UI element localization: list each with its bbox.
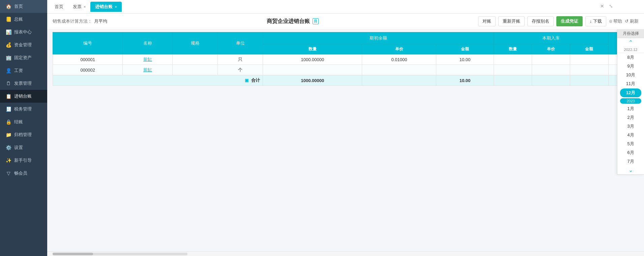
save-alias-button[interactable]: 存报别名 (527, 16, 554, 26)
finance-icon: 💰 (5, 42, 11, 48)
row2-in-amount (570, 65, 608, 75)
sidebar-item-closing[interactable]: 🔒 结账 (0, 116, 47, 128)
month-8[interactable]: 8月 (617, 53, 644, 62)
row2-open-amount (436, 65, 494, 75)
sidebar-item-reports[interactable]: 📊 报表中心 (0, 26, 47, 39)
content-area: 销售成本计算方法： 月平均 商贸企业进销台账 目 对账 重新开账 存报别名 生成… (47, 14, 644, 256)
member-icon: ▽ (5, 171, 11, 176)
sidebar-item-label: 设置 (14, 145, 23, 151)
sidebar-item-member[interactable]: ▽ 畅会员 (0, 167, 47, 180)
payroll-icon: 👤 (5, 68, 11, 73)
info-icon[interactable]: 目 (313, 18, 319, 24)
month-1[interactable]: 1月 (617, 104, 644, 113)
total-in-qty (494, 75, 532, 86)
tab-home-label: 首页 (55, 4, 63, 10)
month-scroll-up[interactable]: ⌃ (617, 38, 644, 47)
row1-name[interactable]: 前缸 (123, 54, 173, 65)
row1-spec (173, 54, 218, 65)
expand-window-button[interactable]: ⤡ (608, 3, 614, 9)
page-title-area: 商贸企业进销台账 目 (267, 18, 319, 25)
month-4[interactable]: 4月 (617, 131, 644, 139)
home-icon: 🏠 (5, 4, 11, 9)
generate-voucher-button[interactable]: 生成凭证 (556, 16, 583, 26)
month-11[interactable]: 11月 (617, 79, 644, 88)
month-12[interactable]: 12月 (620, 88, 641, 97)
cost-method: 销售成本计算方法： 月平均 (53, 18, 107, 24)
sidebar-item-label: 进销台账 (14, 93, 32, 99)
sidebar-item-assets[interactable]: 🏢 固定资产 (0, 51, 47, 64)
main-area: ✕ ⤡ 首页 发票 × 进销台账 × 销售成本计算方法： 月平均 商贸企业进销台… (47, 0, 644, 256)
sidebar-item-invoice-mgmt[interactable]: 🗒 发票管理 (0, 77, 47, 90)
month-9[interactable]: 9月 (617, 62, 644, 71)
total-in-price (532, 75, 570, 86)
month-10[interactable]: 10月 (617, 71, 644, 79)
close-window-button[interactable]: ✕ (599, 3, 606, 9)
scroll-area (47, 251, 644, 256)
refresh-button[interactable]: ↺ 刷新 (625, 18, 639, 24)
total-open-price (362, 75, 436, 86)
sidebar-item-home[interactable]: 🏠 首页 (0, 0, 47, 13)
table-area: 编号 名称 规格 单位 期初余额 本期入库 数 数量 单价 金额 数量 单价 (47, 29, 644, 251)
month-2[interactable]: 2月 (617, 113, 644, 122)
month-3[interactable]: 3月 (617, 122, 644, 131)
tab-home[interactable]: 首页 (50, 2, 68, 12)
settings-icon: ⚙️ (5, 145, 11, 150)
total-open-qty: 1000.00000 (263, 75, 362, 86)
tab-invoice[interactable]: 发票 × (68, 2, 90, 12)
sidebar-item-payroll[interactable]: 👤 工资 (0, 64, 47, 77)
row2-open-qty (263, 65, 362, 75)
month-7[interactable]: 7月 (617, 157, 644, 166)
col-header-open-balance: 期初余额 (263, 32, 494, 44)
tab-invoice-close[interactable]: × (84, 5, 86, 9)
sidebar-item-archive[interactable]: 📁 归档管理 (0, 128, 47, 141)
scroll-thumb[interactable] (53, 253, 93, 255)
invoice-icon: 🗒 (5, 81, 11, 86)
month-6[interactable]: 6月 (617, 148, 644, 157)
col-header-open-qty: 数量 (263, 44, 362, 54)
match-button[interactable]: 对账 (478, 16, 496, 26)
help-button[interactable]: ⊙ 帮助 (609, 18, 622, 24)
sidebar-item-label: 首页 (14, 3, 23, 9)
guide-icon: ✨ (5, 158, 11, 163)
row2-unit: 个 (218, 65, 263, 75)
tab-purchase-sales-label: 进销台账 (95, 4, 113, 10)
download-button[interactable]: ↓ 下载 (585, 16, 606, 26)
total-label: ▣ 合计 (53, 75, 263, 86)
col-header-name: 名称 (123, 32, 173, 54)
sidebar-item-tax[interactable]: 🧾 税务管理 (0, 103, 47, 116)
row1-open-price: 0.01000 (362, 54, 436, 65)
row2-in-qty (494, 65, 532, 75)
sidebar-item-guide[interactable]: ✨ 新手引导 (0, 154, 47, 167)
tab-purchase-sales[interactable]: 进销台账 × (90, 2, 121, 12)
sidebar-item-ledger[interactable]: 📒 总账 (0, 13, 47, 26)
col-header-in-price: 单价 (532, 44, 570, 54)
year-2022-label: 2022.12 (617, 47, 644, 53)
tab-purchase-sales-close[interactable]: × (115, 5, 117, 9)
row2-spec (173, 65, 218, 75)
sidebar-item-label: 结账 (14, 119, 23, 125)
col-header-open-amount: 金额 (436, 44, 494, 54)
scroll-track[interactable] (53, 253, 187, 255)
row1-open-qty: 1000.00000 (263, 54, 362, 65)
tab-bar: 首页 发票 × 进销台账 × (47, 0, 644, 14)
row2-in-price (532, 65, 570, 75)
col-header-in-qty: 数量 (494, 44, 532, 54)
row1-open-amount: 10.00 (436, 54, 494, 65)
row1-in-amount (570, 54, 608, 65)
reopen-button[interactable]: 重新开账 (498, 16, 525, 26)
sidebar-item-label: 固定资产 (14, 55, 32, 61)
row2-name[interactable]: 前缸 (123, 65, 173, 75)
col-header-open-price: 单价 (362, 44, 436, 54)
col-header-unit: 单位 (218, 32, 263, 54)
sidebar-item-settings[interactable]: ⚙️ 设置 (0, 141, 47, 154)
sidebar: 🏠 首页 📒 总账 📊 报表中心 💰 资金管理 🏢 固定资产 👤 工资 🗒 发票… (0, 0, 47, 256)
purchase-sales-icon: 📋 (5, 94, 11, 99)
month-panel-title: 月份选择 (617, 29, 644, 38)
month-5[interactable]: 5月 (617, 139, 644, 148)
reports-icon: 📊 (5, 29, 11, 35)
sidebar-item-purchase-sales[interactable]: 📋 进销台账 (0, 90, 47, 103)
year-2023-label: 2023 (620, 98, 641, 104)
sidebar-item-finance[interactable]: 💰 资金管理 (0, 39, 47, 51)
month-scroll-down[interactable]: ⌄ (617, 166, 644, 174)
sidebar-item-label: 总账 (14, 16, 23, 22)
